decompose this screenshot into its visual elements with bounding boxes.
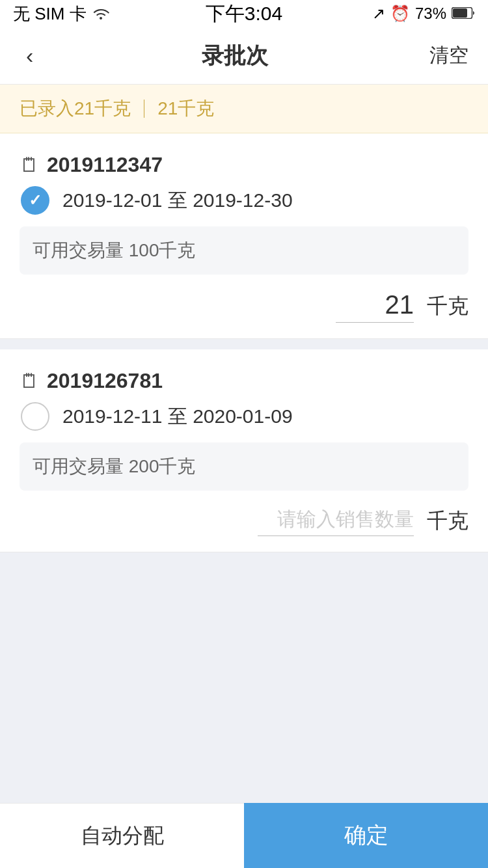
batch1-id: 2019112347	[47, 153, 163, 177]
batch1-available: 可用交易量 100千克	[20, 226, 468, 275]
batch1-date: 2019-12-01 至 2019-12-30	[62, 187, 293, 214]
batch2-available: 可用交易量 200千克	[20, 442, 468, 491]
batch1-quantity-container[interactable]: 21	[336, 290, 414, 323]
status-bar: 无 SIM 卡 下午3:04 ↗ ⏰ 73%	[0, 0, 488, 27]
recorded-label: 已录入21千克	[20, 96, 131, 121]
batch1-quantity-value: 21	[385, 290, 414, 319]
page-title: 录批次	[202, 41, 268, 71]
alarm-icon: ⏰	[390, 5, 410, 23]
carrier-label: 无 SIM 卡	[13, 3, 87, 25]
battery-icon	[452, 5, 475, 23]
batch1-header: 🗒 2019112347	[20, 153, 468, 177]
batch2-date: 2019-12-11 至 2020-01-09	[62, 403, 293, 430]
batch1-date-row: 2019-12-01 至 2019-12-30	[20, 186, 468, 215]
batch2-unit: 千克	[427, 507, 468, 536]
status-time: 下午3:04	[206, 1, 282, 27]
status-left: 无 SIM 卡	[13, 3, 110, 25]
batch2-header: 🗒 2019126781	[20, 369, 468, 393]
battery-label: 73%	[415, 5, 446, 23]
batch1-checkbox[interactable]	[21, 186, 49, 215]
total-label: 21千克	[157, 96, 214, 121]
batch-card-2: 🗒 2019126781 2019-12-11 至 2020-01-09 可用交…	[0, 349, 488, 491]
nav-bar: ‹ 录批次 清空	[0, 27, 488, 85]
location-icon: ↗	[372, 5, 385, 23]
auto-distribute-button[interactable]: 自动分配	[0, 803, 244, 868]
batch1-icon: 🗒	[20, 154, 39, 176]
clear-button[interactable]: 清空	[429, 42, 468, 69]
svg-rect-1	[453, 8, 467, 18]
batch-card-1: 🗒 2019112347 2019-12-01 至 2019-12-30 可用交…	[0, 133, 488, 275]
summary-banner: 已录入21千克 21千克	[0, 85, 488, 133]
batch1-quantity-row: 21 千克	[0, 275, 488, 339]
batch2-input-placeholder: 请输入销售数量	[277, 508, 414, 530]
batch2-date-row: 2019-12-11 至 2020-01-09	[20, 402, 468, 431]
confirm-button[interactable]: 确定	[244, 803, 488, 868]
batch2-icon: 🗒	[20, 370, 39, 392]
wifi-icon	[92, 4, 110, 24]
bottom-bar: 自动分配 确定	[0, 803, 488, 868]
batch1-unit: 千克	[427, 292, 468, 321]
batch2-checkbox[interactable]	[21, 402, 49, 431]
batch2-id: 2019126781	[47, 369, 163, 393]
back-button[interactable]: ‹	[20, 36, 40, 75]
empty-area	[0, 552, 488, 813]
batch2-input-row: 请输入销售数量 千克	[0, 491, 488, 552]
section-separator	[0, 339, 488, 349]
batch2-input-container[interactable]: 请输入销售数量	[258, 506, 414, 536]
summary-divider	[144, 100, 144, 118]
status-right: ↗ ⏰ 73%	[372, 5, 475, 23]
